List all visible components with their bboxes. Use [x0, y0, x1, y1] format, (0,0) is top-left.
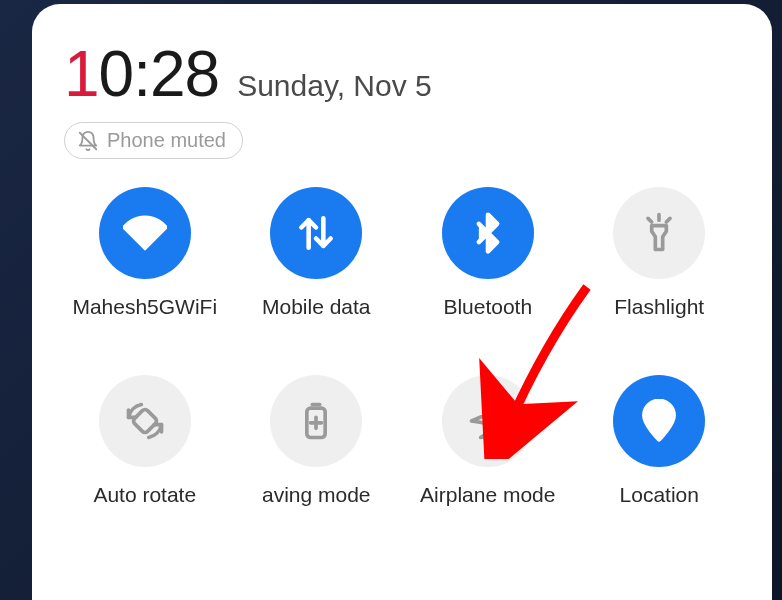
auto-rotate-icon [99, 375, 191, 467]
bluetooth-tile[interactable]: Bluetooth [407, 187, 569, 319]
clock: 10:28 [64, 42, 219, 106]
wifi-label: Mahesh5GWiFi [72, 295, 217, 319]
battery-saving-icon [270, 375, 362, 467]
svg-line-5 [667, 218, 671, 222]
clock-first-digit: 1 [64, 38, 99, 110]
wifi-tile[interactable]: Mahesh5GWiFi [64, 187, 226, 319]
phone-muted-chip[interactable]: Phone muted [64, 122, 243, 159]
svg-rect-6 [132, 408, 158, 434]
quick-settings-panel: 10:28 Sunday, Nov 5 Phone muted Mahesh5G… [32, 4, 772, 600]
flashlight-tile[interactable]: Flashlight [579, 187, 741, 319]
header: 10:28 Sunday, Nov 5 [64, 42, 740, 106]
wifi-icon [99, 187, 191, 279]
mobile-data-icon [270, 187, 362, 279]
auto-rotate-tile[interactable]: Auto rotate [64, 375, 226, 507]
bluetooth-icon [442, 187, 534, 279]
auto-rotate-label: Auto rotate [93, 483, 196, 507]
saving-mode-label: aving mode [262, 483, 371, 507]
location-label: Location [620, 483, 699, 507]
airplane-mode-label: Airplane mode [420, 483, 555, 507]
bell-muted-icon [77, 130, 99, 152]
svg-line-4 [648, 218, 652, 222]
clock-rest: 0:28 [99, 38, 220, 110]
location-tile[interactable]: Location [579, 375, 741, 507]
airplane-mode-tile[interactable]: Airplane mode [407, 375, 569, 507]
saving-mode-tile[interactable]: aving mode [236, 375, 398, 507]
location-icon [613, 375, 705, 467]
date-label: Sunday, Nov 5 [237, 69, 432, 103]
flashlight-label: Flashlight [614, 295, 704, 319]
airplane-icon [442, 375, 534, 467]
mobile-data-tile[interactable]: Mobile data [236, 187, 398, 319]
svg-point-11 [654, 410, 665, 421]
bluetooth-label: Bluetooth [443, 295, 532, 319]
phone-muted-label: Phone muted [107, 129, 226, 152]
flashlight-icon [613, 187, 705, 279]
tiles-grid: Mahesh5GWiFi Mobile data Bluetooth [64, 187, 740, 507]
mobile-data-label: Mobile data [262, 295, 371, 319]
